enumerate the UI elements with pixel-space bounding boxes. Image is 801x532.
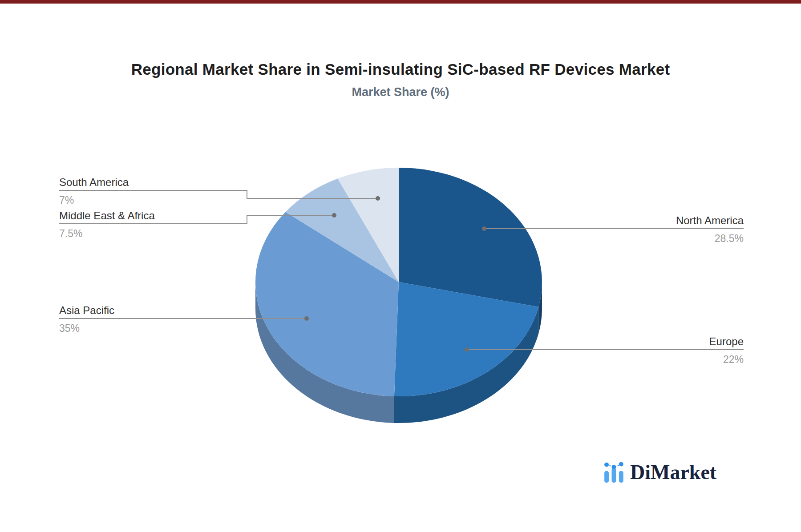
logo-bar-icon xyxy=(612,468,616,483)
leader-dot-south-america xyxy=(376,196,380,201)
slice-label-middle-east-africa: Middle East & Africa xyxy=(59,210,155,222)
slice-label-north-america: North America xyxy=(676,214,744,227)
logo-bar-icon xyxy=(619,471,623,483)
slice-value-south-america: 7% xyxy=(59,194,74,206)
slice-value-north-america: 28.5% xyxy=(715,233,744,244)
logo-text: DiMarket xyxy=(630,462,716,483)
logo-dot-icon xyxy=(612,465,616,469)
leader-dot-north-america xyxy=(482,226,486,231)
leader-dot-asia-pacific xyxy=(304,316,309,321)
slice-value-asia-pacific: 35% xyxy=(59,322,80,334)
logo-bar-icon xyxy=(604,471,609,483)
leader-dot-europe xyxy=(465,347,469,352)
logo-chart-icon xyxy=(604,462,624,483)
logo-dot-icon xyxy=(619,462,623,467)
slice-label-asia-pacific: Asia Pacific xyxy=(59,304,114,317)
leader-dot-middle-east-africa xyxy=(332,213,336,218)
logo-dot-icon xyxy=(604,463,609,467)
slice-label-south-america: South America xyxy=(59,176,129,189)
slice-value-europe: 22% xyxy=(723,354,744,365)
slice-value-middle-east-africa: 7.5% xyxy=(59,228,82,239)
logo: DiMarket xyxy=(604,462,716,483)
slice-label-europe: Europe xyxy=(709,335,744,348)
chart-canvas: Regional Market Share in Semi-insulating… xyxy=(0,0,801,532)
pie-chart xyxy=(0,0,801,532)
